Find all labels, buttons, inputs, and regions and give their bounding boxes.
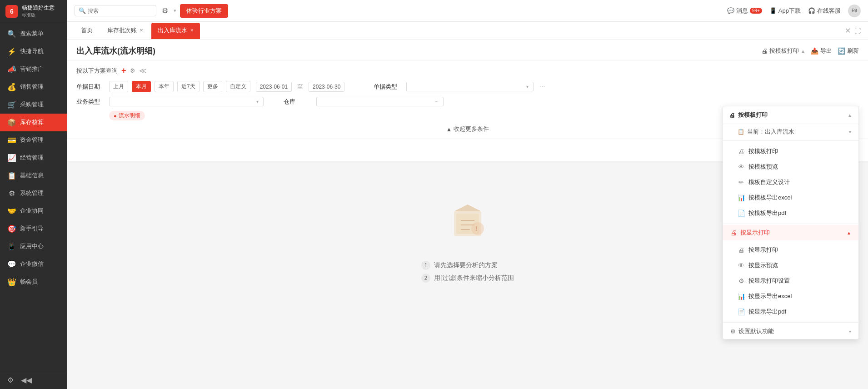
filter-row-1: 单据日期 上月 本月 本年 近7天 更多 自定义 2023-06-01 至 20… [76, 81, 859, 92]
biz-type-label: 业务类型 [76, 98, 104, 106]
sidebar-item-member[interactable]: 👑 畅会员 [0, 273, 67, 291]
filter-collapse-icon[interactable]: ≪ [139, 66, 147, 75]
topbar-message[interactable]: 💬 消息 99+ [727, 7, 762, 15]
dropdown-item-display-print[interactable]: 🖨 按显示打印 [723, 242, 858, 258]
page-actions: 🖨 按模板打印 ▲ 📤 导出 🔄 刷新 [761, 47, 859, 55]
template-custom-icon: ✏ [738, 179, 745, 186]
message-icon: 💬 [727, 7, 734, 14]
date-btn-this-month[interactable]: 本月 [132, 81, 151, 92]
topbar-app-download[interactable]: 📱 App下载 [769, 7, 801, 15]
topbar-search-input[interactable] [88, 8, 147, 14]
dropdown-footer-set-default[interactable]: ⚙ 设置默认功能 ▾ [723, 324, 858, 339]
member-icon: 👑 [7, 278, 16, 286]
window-close-icon[interactable]: ✕ [845, 26, 851, 35]
dropdown-display-print-subheader[interactable]: 🖨 按显示打印 ▲ [723, 225, 858, 240]
filter-tag-shuimingxi[interactable]: ● 流水明细 [109, 111, 145, 120]
sidebar-item-coop[interactable]: 🤝 企业协同 [0, 202, 67, 220]
sidebar-item-basic[interactable]: 📋 基础信息 [0, 167, 67, 185]
doc-type-more-icon[interactable]: ··· [539, 83, 545, 91]
inventory-icon: 📦 [7, 118, 16, 127]
dropdown-item-template-print[interactable]: 🖨 按模板打印 [723, 144, 858, 159]
sidebar-item-wechat[interactable]: 💬 企业微信 [0, 255, 67, 273]
filter-settings-icon[interactable]: ⚙ [130, 67, 135, 74]
doc-type-arrow-icon: ▾ [526, 84, 529, 89]
tab-stock-flow[interactable]: 出入库流水 ✕ [151, 23, 200, 39]
system-icon: ⚙ [7, 189, 16, 198]
topbar: 🔍 ⚙ ▾ 体验行业方案 💬 消息 99+ 📱 App下载 🎧 在线客服 R [67, 0, 868, 22]
dropdown-item-template-preview[interactable]: 👁 按模板预览 [723, 159, 858, 175]
empty-illustration: ! [445, 198, 490, 252]
close-stock-flow-tab-icon[interactable]: ✕ [190, 28, 194, 33]
dropdown-current-selection[interactable]: 📋 当前：出入库流水 ▾ [723, 124, 858, 140]
dropdown-item-display-print-settings[interactable]: ⚙ 按显示打印设置 [723, 273, 858, 289]
sidebar-item-appstore[interactable]: 📱 应用中心 [0, 238, 67, 255]
sidebar-item-purchase[interactable]: 🛒 采购管理 [0, 96, 67, 114]
empty-step-2: 2 用[过滤]条件来缩小分析范围 [421, 274, 514, 283]
sidebar-item-finance[interactable]: 💳 资金管理 [0, 131, 67, 149]
dropdown-item-template-export-excel[interactable]: 📊 按模板导出excel [723, 190, 858, 205]
warehouse-label: 仓库 [284, 98, 311, 106]
topbar-search-icon: 🔍 [79, 7, 86, 14]
dropdown-item-display-export-excel[interactable]: 📊 按显示导出excel [723, 289, 858, 304]
empty-step-1: 1 请先选择要分析的方案 [421, 261, 514, 270]
topbar-user[interactable]: Rit [848, 5, 861, 17]
sidebar-logo: 6 畅捷通好生意 标准版 [0, 0, 67, 23]
date-range-start[interactable]: 2023-06-01 [256, 82, 292, 92]
date-btn-more[interactable]: 更多 [203, 81, 222, 92]
date-range-end[interactable]: 2023-06-30 [309, 82, 344, 92]
tag-icon: ● [114, 113, 117, 119]
sidebar-item-marketing[interactable]: 📣 营销推广 [0, 60, 67, 78]
template-excel-icon: 📊 [738, 194, 745, 201]
topbar-search-box[interactable]: 🔍 [75, 5, 156, 16]
dropdown-item-template-export-pdf[interactable]: 📄 按模板导出pdf [723, 205, 858, 221]
industry-solution-button[interactable]: 体验行业方案 [180, 4, 228, 18]
dropdown-collapse-icon[interactable]: ▲ [848, 113, 852, 118]
warehouse-arrow-icon: ··· [435, 99, 439, 104]
window-maximize-icon[interactable]: ⛶ [854, 27, 861, 35]
app-download-icon: 📱 [769, 7, 777, 14]
operation-icon: 📈 [7, 154, 16, 162]
tab-inventory-batch[interactable]: 库存批次账 ✕ [101, 23, 150, 39]
date-buttons: 上月 本月 本年 近7天 更多 自定义 [109, 81, 250, 92]
date-btn-7days[interactable]: 近7天 [177, 81, 200, 92]
dropdown-header-left: 🖨 按模板打印 [729, 111, 768, 119]
topbar-gear-icon[interactable]: ⚙ [162, 6, 168, 15]
dropdown-item-template-custom[interactable]: ✏ 模板自定义设计 [723, 175, 858, 190]
filter-add-button[interactable]: + [121, 66, 126, 75]
template-pdf-icon: 📄 [738, 209, 745, 217]
biz-type-select[interactable]: ▾ [109, 97, 264, 106]
sidebar-item-search[interactable]: 🔍 搜索菜单 [0, 25, 67, 43]
sidebar-item-operation[interactable]: 📈 经营管理 [0, 149, 67, 167]
settings-bottom-icon[interactable]: ⚙ [7, 376, 14, 384]
date-btn-this-year[interactable]: 本年 [155, 81, 174, 92]
refresh-button[interactable]: 🔄 刷新 [838, 47, 859, 55]
print-template-button[interactable]: 🖨 按模板打印 ▲ [761, 47, 805, 55]
sidebar-item-quicknav[interactable]: ⚡ 快捷导航 [0, 43, 67, 60]
search-icon: 🔍 [7, 30, 16, 38]
collapse-sidebar-icon[interactable]: ◀◀ [21, 376, 32, 384]
message-badge: 99+ [750, 8, 762, 14]
sidebar-item-sales[interactable]: 💰 销售管理 [0, 78, 67, 96]
print-dropdown-arrow[interactable]: ▲ [801, 49, 805, 54]
page-title: 出入库流水(流水明细) [76, 45, 155, 56]
subheader-collapse-icon[interactable]: ▲ [847, 230, 851, 235]
date-btn-last-month[interactable]: 上月 [109, 81, 128, 92]
dropdown-item-display-export-pdf[interactable]: 📄 按显示导出pdf [723, 304, 858, 319]
topbar-dropdown-arrow[interactable]: ▾ [174, 8, 176, 14]
sidebar-item-inventory[interactable]: 📦 库存核算 [0, 114, 67, 131]
topbar-online-service[interactable]: 🎧 在线客服 [808, 7, 841, 15]
dropdown-print-icon: 🖨 [729, 112, 735, 119]
sidebar-item-system[interactable]: ⚙ 系统管理 [0, 185, 67, 202]
filter-row-2: 业务类型 ▾ 仓库 ··· [76, 97, 859, 106]
warehouse-select[interactable]: ··· [316, 97, 444, 106]
dropdown-item-display-preview[interactable]: 👁 按显示预览 [723, 258, 858, 273]
display-pdf-icon: 📄 [738, 308, 745, 315]
sidebar-item-guide[interactable]: 🎯 新手引导 [0, 220, 67, 238]
close-inventory-batch-tab-icon[interactable]: ✕ [140, 28, 143, 33]
export-button[interactable]: 📤 导出 [811, 47, 832, 55]
doc-type-select[interactable]: ▾ [406, 82, 534, 91]
purchase-icon: 🛒 [7, 100, 16, 109]
filter-search-label: 按以下方案查询 [76, 67, 118, 75]
date-btn-custom[interactable]: 自定义 [226, 81, 250, 92]
tab-home[interactable]: 首页 [75, 23, 99, 39]
